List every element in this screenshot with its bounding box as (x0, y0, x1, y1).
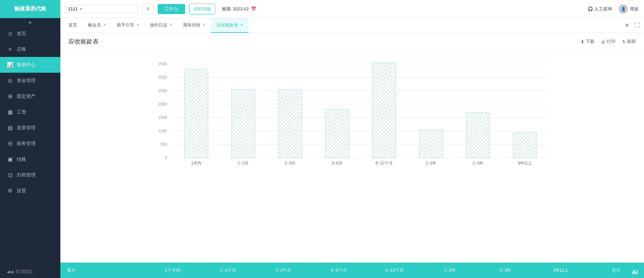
sidebar-scroll-up[interactable]: ▲ (0, 18, 60, 26)
tab-aging-label: 应收账龄表 (216, 22, 238, 28)
period-label: 账期 (222, 6, 231, 12)
consult-link[interactable]: 🎧 人工咨询 (588, 6, 612, 12)
checkout-icon: ▣ (7, 156, 13, 162)
consult-label: 人工咨询 (594, 6, 612, 12)
sidebar-label-archive: 归档管理 (17, 172, 36, 178)
avatar-icon: 👤 (621, 7, 626, 11)
print-action[interactable]: 🖨 打印 (601, 39, 615, 45)
svg-rect-27 (419, 130, 443, 158)
content-area: 首页 畅会员 ✕ 新手引导 ✕ 操作日志 ✕ 期末结转 ✕ (60, 18, 644, 278)
sidebar-label-invoice: 发票管理 (17, 125, 36, 131)
print-label: 打印 (607, 39, 615, 45)
svg-rect-29 (466, 113, 490, 158)
user-name: 用友 (630, 6, 639, 12)
svg-text:6~12个月: 6~12个月 (375, 161, 392, 165)
tab-yearend-close[interactable]: ✕ (203, 23, 206, 27)
download-label: 下载 (586, 39, 594, 45)
col-6-12month-label: 6~12个月 (385, 268, 404, 273)
sidebar-item-home[interactable]: ⊙ 首页 (0, 26, 60, 42)
tab-guide[interactable]: 新手引导 ✕ (111, 18, 145, 33)
sidebar-label-settings: 设置 (17, 188, 26, 194)
col-1month: 1个月内 (145, 267, 200, 273)
pin-icon: ◀◀ (7, 269, 13, 274)
sidebar-item-invoice[interactable]: ▤ 发票管理 (0, 120, 60, 136)
tab-member-close[interactable]: ✕ (103, 23, 106, 27)
ai-badge-label: Ai (632, 269, 638, 276)
col-2-3month: 2~3个月 (256, 267, 311, 273)
table-header: 客户 1个月内 1~2个月 2~3个月 3~6个月 6~12 (60, 263, 644, 278)
download-action[interactable]: ⬇ 下载 (581, 39, 594, 45)
print-icon: 🖨 (601, 39, 605, 44)
svg-text:0: 0 (165, 155, 167, 160)
bar-chart: 2500 2500 2500 2000 1500 1000 500 (68, 57, 636, 171)
copy-button[interactable]: ⎘ (142, 3, 154, 15)
col-1-2month-label: 1~2个月 (220, 268, 236, 273)
sidebar-footer[interactable]: ◀◀ 取消固定 (0, 265, 60, 278)
ai-badge[interactable]: Ai (626, 267, 644, 278)
tab-aging[interactable]: 应收账龄表 ✕ (211, 18, 249, 33)
svg-text:500: 500 (160, 142, 167, 147)
ledger-icon: ≡ (7, 46, 13, 52)
sidebar-item-funds[interactable]: ◎ 资金管理 (0, 73, 60, 88)
tab-oplog-label: 操作日志 (150, 22, 167, 28)
svg-text:2500: 2500 (158, 88, 167, 93)
svg-text:3年以上: 3年以上 (518, 161, 532, 165)
sidebar-item-ledger[interactable]: ≡ 总账 (0, 42, 60, 57)
calendar-icon[interactable]: 📅 (251, 6, 256, 11)
col-total-label: 合计 (612, 268, 621, 273)
close-tab-button[interactable]: ✕ (624, 21, 631, 30)
switch-version-button[interactable]: 切到旧版 (189, 4, 215, 14)
svg-rect-21 (278, 89, 302, 158)
refresh-action[interactable]: ↻ 刷新 (622, 39, 636, 45)
sidebar-item-archive[interactable]: ⊡ 归档管理 (0, 167, 60, 183)
sidebar-footer-label: 取消固定 (15, 269, 33, 275)
tab-yearend[interactable]: 期末结转 ✕ (178, 18, 211, 33)
sidebar-item-settings[interactable]: ⚙ 设置 (0, 183, 60, 199)
tab-yearend-label: 期末结转 (183, 22, 201, 28)
tab-member[interactable]: 畅会员 ✕ (83, 18, 111, 33)
col-2-3year: 2~3年 (478, 267, 533, 273)
svg-text:1000: 1000 (158, 129, 167, 133)
svg-text:1月内: 1月内 (191, 161, 202, 165)
svg-text:2500: 2500 (158, 62, 167, 66)
page-content: 应收账龄表 ⬇ 下载 🖨 打印 ↻ 刷新 (60, 33, 644, 278)
svg-text:1500: 1500 (158, 115, 167, 120)
sidebar-item-tax[interactable]: ⊟ 税务管理 (0, 136, 60, 151)
fullscreen-button[interactable]: ⛶ (633, 21, 641, 30)
sidebar-item-checkout[interactable]: ▣ 结账 (0, 151, 60, 167)
sidebar-label-checkout: 结账 (17, 156, 26, 162)
svg-text:2~3年: 2~3年 (473, 161, 483, 165)
sidebar-item-assets[interactable]: ⊞ 固定资产 (0, 88, 60, 104)
tab-home[interactable]: 首页 (63, 18, 83, 33)
sidebar-label-ledger: 总账 (17, 46, 26, 52)
svg-rect-31 (513, 133, 537, 158)
sidebar-label-tax: 税务管理 (17, 141, 36, 147)
logo-text: 畅捷通易代账 (14, 5, 46, 12)
download-icon: ⬇ (581, 39, 584, 44)
tab-member-label: 畅会员 (88, 22, 101, 28)
period-info: 账期 2023-02 📅 (222, 6, 256, 12)
svg-text:2500: 2500 (158, 75, 167, 80)
home-icon: ⊙ (7, 30, 13, 37)
tab-aging-close[interactable]: ✕ (240, 23, 243, 27)
sidebar-item-salary[interactable]: ▦ 工资 (0, 104, 60, 120)
tab-guide-close[interactable]: ✕ (136, 23, 139, 27)
reports-icon: 📊 (7, 62, 13, 68)
top-header: 畅捷通易代账 1111 ▾ ⎘ 工作台 切到旧版 账期 2023-02 📅 🎧 … (0, 0, 644, 18)
col-1month-label: 1个月内 (165, 268, 180, 273)
company-selector[interactable]: 1111 ▾ (64, 5, 138, 13)
sidebar-label-funds: 资金管理 (17, 78, 36, 84)
workbench-button[interactable]: 工作台 (158, 4, 185, 14)
tab-oplog-close[interactable]: ✕ (169, 23, 172, 27)
chart-container: 2500 2500 2500 2000 1500 1000 500 (60, 51, 644, 263)
svg-rect-17 (184, 69, 208, 158)
user-area[interactable]: 👤 用友 (619, 4, 639, 14)
page-header: 应收账龄表 ⬇ 下载 🖨 打印 ↻ 刷新 (60, 33, 644, 51)
col-1-2year: 1~2年 (422, 267, 478, 273)
tab-oplog[interactable]: 操作日志 ✕ (145, 18, 178, 33)
col-3-6month-label: 3~6个月 (331, 268, 347, 273)
salary-icon: ▦ (7, 109, 13, 115)
col-6-12month: 6~12个月 (367, 267, 422, 273)
sidebar: ▲ ⊙ 首页 ≡ 总账 📊 报表中心 ◎ 资金管理 ⊞ 固定资产 (0, 18, 60, 278)
sidebar-item-reports[interactable]: 📊 报表中心 (0, 57, 60, 73)
